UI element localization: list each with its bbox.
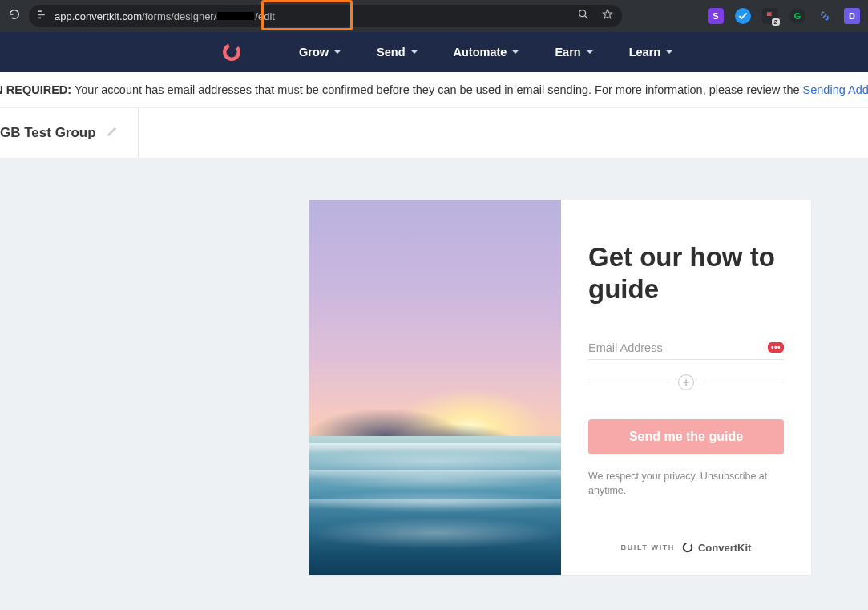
- built-with-brand[interactable]: ConvertKit: [681, 541, 751, 554]
- form-heading[interactable]: Get our how to guide: [588, 241, 784, 306]
- form-content: Get our how to guide Email Address ••• +…: [561, 200, 811, 575]
- editor-canvas: Get our how to guide Email Address ••• +…: [0, 158, 868, 610]
- site-settings-icon[interactable]: [37, 9, 48, 23]
- alert-link[interactable]: Sending Address Confirma: [803, 83, 868, 96]
- nav-learn[interactable]: Learn: [629, 46, 674, 59]
- extension-d-icon[interactable]: D: [844, 8, 860, 24]
- browser-chrome: app.convertkit.com/forms/designer//edit …: [0, 0, 868, 32]
- nav-send[interactable]: Send: [377, 46, 418, 59]
- alert-body: Your account has email addresses that mu…: [71, 83, 802, 96]
- email-field-row[interactable]: Email Address •••: [588, 341, 784, 360]
- convertkit-logo-icon[interactable]: [220, 41, 243, 63]
- nav-automate[interactable]: Automate: [454, 46, 520, 59]
- url-path-pre: /forms/designer: [142, 10, 214, 22]
- svg-point-6: [681, 541, 693, 553]
- edit-title-icon[interactable]: [106, 125, 119, 141]
- built-with-row: BUILT WITH ConvertKit: [588, 530, 784, 554]
- svg-point-3: [579, 10, 586, 17]
- page-title: GB Test Group: [0, 125, 96, 141]
- chevron-down-icon: [410, 48, 418, 56]
- chevron-down-icon: [586, 48, 594, 56]
- chevron-down-icon: [665, 48, 673, 56]
- form-image[interactable]: [309, 200, 561, 575]
- app-navbar: Grow Send Automate Earn Learn: [0, 32, 868, 72]
- title-divider: [138, 108, 139, 158]
- form-disclaimer[interactable]: We respect your privacy. Unsubscribe at …: [588, 469, 784, 498]
- svg-rect-0: [38, 10, 42, 12]
- field-options-pill-icon[interactable]: •••: [768, 342, 784, 353]
- form-preview-card[interactable]: Get our how to guide Email Address ••• +…: [309, 200, 811, 575]
- alert-prefix: ION REQUIRED:: [0, 83, 71, 96]
- nav-earn-label: Earn: [555, 46, 580, 59]
- bookmark-star-icon[interactable]: [601, 8, 614, 24]
- annotation-highlight-box: [261, 0, 353, 30]
- alert-banner: ION REQUIRED: Your account has email add…: [0, 72, 868, 108]
- built-with-brand-label: ConvertKit: [698, 542, 751, 554]
- nav-earn[interactable]: Earn: [555, 46, 593, 59]
- chevron-down-icon: [333, 48, 341, 56]
- nav-automate-label: Automate: [454, 46, 507, 59]
- chevron-down-icon: [511, 48, 519, 56]
- svg-rect-2: [38, 18, 42, 19]
- nav-learn-label: Learn: [629, 46, 661, 59]
- extension-s-icon[interactable]: S: [708, 8, 724, 24]
- nav-grow-label: Grow: [299, 46, 329, 59]
- page-title-bar: GB Test Group: [0, 108, 868, 158]
- url-text: app.convertkit.com/forms/designer//edit: [55, 10, 275, 22]
- extension-grammarly-icon[interactable]: G: [789, 8, 805, 24]
- extension-flag-icon[interactable]: 2: [762, 8, 778, 24]
- nav-send-label: Send: [377, 46, 405, 59]
- extension-link-icon[interactable]: [817, 8, 833, 24]
- add-field-row: +: [588, 374, 784, 390]
- svg-rect-1: [38, 14, 45, 15]
- extension-flag-badge: 2: [772, 18, 780, 26]
- add-field-button[interactable]: +: [678, 374, 694, 390]
- zoom-icon[interactable]: [577, 8, 590, 24]
- svg-point-5: [222, 42, 242, 63]
- convertkit-mark-icon: [681, 541, 694, 554]
- address-bar[interactable]: app.convertkit.com/forms/designer//edit: [29, 5, 622, 27]
- url-host: app.convertkit.com: [55, 10, 142, 22]
- url-path-post: /edit: [255, 10, 275, 22]
- built-with-label: BUILT WITH: [621, 543, 675, 551]
- svg-line-4: [585, 16, 587, 18]
- extension-blue-circle-icon[interactable]: [735, 8, 751, 24]
- url-redacted-segment: [217, 12, 254, 20]
- submit-button[interactable]: Send me the guide: [588, 419, 784, 454]
- reload-icon[interactable]: [8, 8, 21, 24]
- nav-grow[interactable]: Grow: [299, 46, 341, 59]
- email-placeholder: Email Address: [588, 341, 768, 354]
